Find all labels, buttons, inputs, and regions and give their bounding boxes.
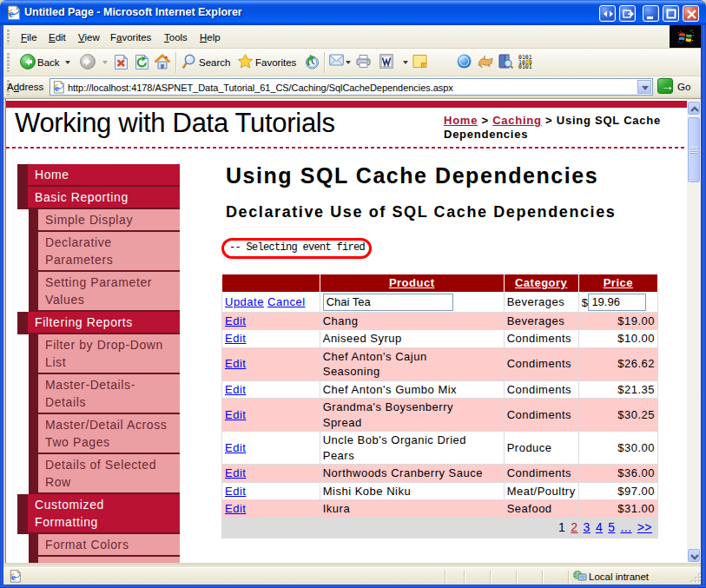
svg-text:e: e xyxy=(55,83,59,93)
svg-text:e: e xyxy=(11,571,16,582)
svg-text:e: e xyxy=(9,7,14,20)
svg-text:0101: 0101 xyxy=(518,63,532,69)
